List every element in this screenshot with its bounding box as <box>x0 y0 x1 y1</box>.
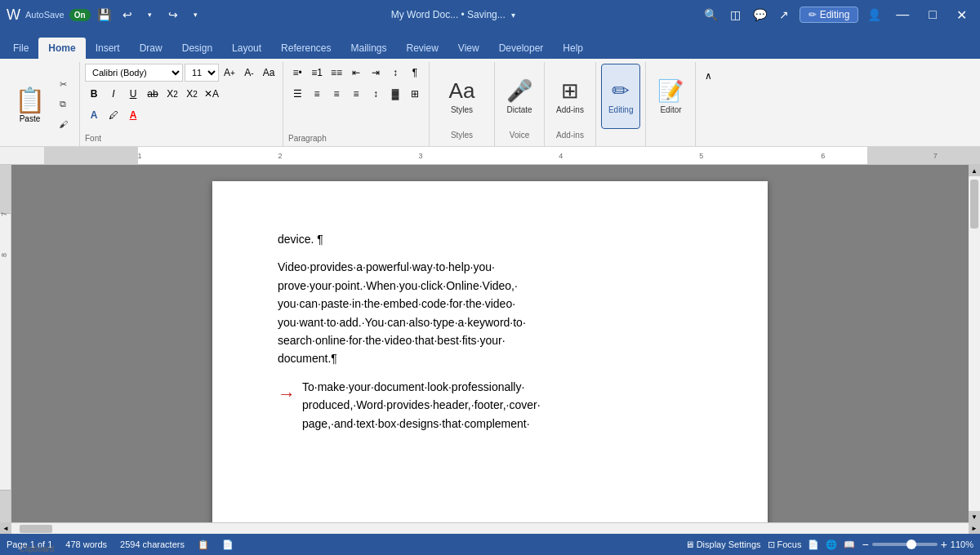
align-center-button[interactable]: ≡ <box>308 85 326 103</box>
increase-indent-button[interactable]: ⇥ <box>367 64 385 82</box>
tab-help[interactable]: Help <box>553 38 593 59</box>
maximize-button[interactable]: □ <box>922 4 943 25</box>
scroll-track[interactable] <box>969 176 980 511</box>
editor-button[interactable]: 📝 Editor <box>651 64 690 129</box>
tab-review[interactable]: Review <box>397 38 448 59</box>
borders-button[interactable]: ⊞ <box>406 85 424 103</box>
left-ruler: 7 8 <box>0 165 11 522</box>
zoom-thumb[interactable] <box>906 539 916 549</box>
tab-home[interactable]: Home <box>38 38 85 59</box>
change-case-button[interactable]: Aa <box>260 64 278 82</box>
word-page[interactable]: device. ¶ Video·provides·a·powerful·way·… <box>212 181 768 522</box>
tab-insert[interactable]: Insert <box>86 38 130 59</box>
tab-draw[interactable]: Draw <box>130 38 172 59</box>
quick-access-dropdown[interactable]: ▾ <box>187 6 205 24</box>
font-row1: Calibri (Body) 11 A+ A- Aa <box>85 64 278 82</box>
superscript-button[interactable]: X2 <box>183 85 201 103</box>
multilevel-button[interactable]: ≡≡ <box>327 64 345 82</box>
collapse-ribbon-button[interactable]: ∧ <box>699 67 717 85</box>
subscript-button[interactable]: X2 <box>163 85 181 103</box>
zoom-in-button[interactable]: + <box>941 538 947 551</box>
font-name-selector[interactable]: Calibri (Body) <box>85 64 183 82</box>
ribbon-display-icon[interactable]: ◫ <box>726 6 744 24</box>
autosave-toggle[interactable]: On <box>69 9 91 21</box>
ruler-content[interactable]: 1 2 3 4 5 6 7 <box>44 147 980 164</box>
clear-format-button[interactable]: ✕A <box>203 85 220 103</box>
text-effects-button[interactable]: A <box>85 106 103 124</box>
grow-font-button[interactable]: A+ <box>220 64 238 82</box>
collab-icon[interactable]: 👤 <box>865 6 883 24</box>
font-size-selector[interactable]: 11 <box>185 64 219 82</box>
focus-button[interactable]: ⊡ Focus <box>768 539 802 550</box>
shading-button[interactable]: ▓ <box>386 85 404 103</box>
align-left-button[interactable]: ☰ <box>288 85 306 103</box>
tab-mailings[interactable]: Mailings <box>341 38 396 59</box>
format-painter-button[interactable]: 🖌 <box>51 115 74 133</box>
minimize-button[interactable]: — <box>889 4 915 25</box>
close-button[interactable]: ✕ <box>950 4 973 26</box>
editor-group: 📝 Editor <box>646 62 696 146</box>
scroll-left-button[interactable]: ◄ <box>0 523 11 535</box>
tab-references[interactable]: References <box>271 38 341 59</box>
h-scroll-track[interactable] <box>11 523 969 534</box>
bullets-button[interactable]: ≡• <box>288 64 306 82</box>
editing-button[interactable]: ✏ Editing <box>800 7 858 23</box>
align-right-button[interactable]: ≡ <box>327 85 345 103</box>
redo-icon[interactable]: ↪ <box>164 6 182 24</box>
scroll-up-button[interactable]: ▲ <box>969 165 980 176</box>
view-web-layout[interactable]: 🌐 <box>826 539 837 550</box>
share-icon[interactable]: ↗ <box>775 6 793 24</box>
save-icon[interactable]: 💾 <box>96 6 114 24</box>
comments-icon[interactable]: 💬 <box>751 6 768 24</box>
cut-button[interactable]: ✂ <box>51 76 74 94</box>
track-changes-icon[interactable]: 📄 <box>222 539 234 550</box>
justify-button[interactable]: ≡ <box>347 85 365 103</box>
paste-button[interactable]: 📋 Paste <box>8 64 51 144</box>
title-bar-right: 🔍 ◫ 💬 ↗ ✏ Editing 👤 — □ ✕ <box>702 4 973 26</box>
paragraph-document-look[interactable]: To·make·your·document·look·professionall… <box>302 378 541 433</box>
underline-button[interactable]: U <box>124 85 142 103</box>
display-settings-button[interactable]: 🖥 Display Settings <box>685 539 761 549</box>
undo-dropdown-icon[interactable]: ▾ <box>141 6 159 24</box>
page-container[interactable]: device. ¶ Video·provides·a·powerful·way·… <box>11 165 969 522</box>
dictate-button[interactable]: 🎤 Dictate <box>500 64 539 129</box>
h-scroll-thumb[interactable] <box>20 525 52 533</box>
tab-layout[interactable]: Layout <box>222 38 271 59</box>
addins-button[interactable]: ⊞ Add-ins <box>550 64 590 129</box>
line-spacing-button[interactable]: ↕ <box>367 85 385 103</box>
scroll-right-button[interactable]: ► <box>969 523 980 535</box>
status-bar: Page 1 of 1 478 words 2594 characters 📋 … <box>0 534 980 555</box>
copy-button[interactable]: ⧉ <box>51 95 74 113</box>
font-color-button[interactable]: A <box>124 106 142 124</box>
zoom-out-button[interactable]: − <box>862 538 868 551</box>
bold-button[interactable]: B <box>85 85 103 103</box>
char-count[interactable]: 2594 characters <box>120 539 185 549</box>
editing-mode-button[interactable]: ✏ Editing <box>601 64 641 129</box>
decrease-indent-button[interactable]: ⇤ <box>347 64 365 82</box>
search-icon[interactable]: 🔍 <box>702 6 719 24</box>
sort-button[interactable]: ↕ <box>386 64 404 82</box>
view-read-mode[interactable]: 📖 <box>844 539 855 550</box>
strikethrough-button[interactable]: ab <box>144 85 162 103</box>
show-marks-button[interactable]: ¶ <box>406 64 424 82</box>
highlight-button[interactable]: 🖊 <box>105 106 122 124</box>
shrink-font-button[interactable]: A- <box>240 64 258 82</box>
scroll-down-button[interactable]: ▼ <box>969 511 980 522</box>
tab-view[interactable]: View <box>448 38 489 59</box>
paragraph-device[interactable]: device. ¶ <box>278 230 702 248</box>
tab-file[interactable]: File <box>3 38 38 59</box>
zoom-track[interactable] <box>872 543 938 546</box>
numbering-button[interactable]: ≡1 <box>308 64 326 82</box>
paragraph-video[interactable]: Video·provides·a·powerful·way·to·help·yo… <box>278 258 702 367</box>
undo-icon[interactable]: ↩ <box>118 6 136 24</box>
scroll-thumb[interactable] <box>970 180 978 229</box>
proofing-icon[interactable]: 📋 <box>198 539 209 550</box>
styles-button[interactable]: Aa Styles <box>443 64 482 129</box>
tab-design[interactable]: Design <box>172 38 222 59</box>
italic-button[interactable]: I <box>105 85 122 103</box>
title-dropdown-icon[interactable]: ▾ <box>511 11 515 20</box>
tab-developer[interactable]: Developer <box>489 38 554 59</box>
zoom-level[interactable]: 110% <box>951 539 973 549</box>
view-print-layout[interactable]: 📄 <box>808 539 819 550</box>
paste-label: Paste <box>20 114 41 123</box>
